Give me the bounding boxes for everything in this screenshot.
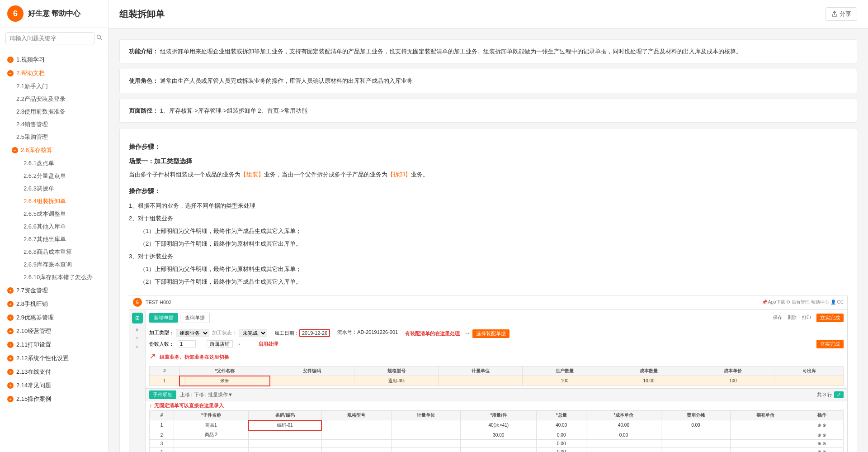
step-3: 3、对于拆装业务 [129,251,848,262]
search-button[interactable] [96,34,103,42]
role-block: 使用角色： 通常由生产人员或库管人员完成拆装业务的操作，库管人员确认原材料的出库… [119,69,857,93]
mock-sub-table-header: # *子件名称 条码/编码 规格型号 计量单位 *用量/件 *总量 *成本单价 [150,410,844,420]
mock-sub-actions: 上移 | 下移 | 批量操作▼ [180,391,233,398]
table-row: 1 商品1 编码-01 40(次×41) 40.00 40.00 [150,420,844,430]
sidebar-item-partial-stocktake[interactable]: 2.6.2分量盘点单 [0,170,108,182]
sidebar-item-dataprep[interactable]: 2.3使用前数据准备 [0,105,108,118]
minus-icon: − [7,70,14,76]
mock-annotation1-area: 有装配清单的在这里处理 → 选择装配单据 [405,329,844,338]
sidebar-item-cost-recalc[interactable]: 2.6.8商品成本重算 [0,246,108,258]
mock-content: 新增单据 查询单据 保存 删除 打印 立实完成 [146,310,847,452]
sidebar-item-transfer[interactable]: 2.6.3调拨单 [0,182,108,195]
col-cost-qty: 成本数量 [607,366,691,376]
sidebar-item-payment[interactable]: + 2.13在线支付 [0,365,108,379]
plus-icon-coupon: + [7,314,14,321]
sidebar-item-purchase[interactable]: 2.5采购管理 [0,131,108,143]
parent-name-cell: 米米 [179,376,270,386]
share-label: 分享 [840,10,851,18]
mock-menu-icon2: ≡ [136,336,139,341]
search-input[interactable] [5,32,94,44]
mock-complete-btn[interactable]: 立实完成 [816,314,844,322]
mock-annotation4-area: ↑ 无固定清单可以直接在这里录入 [146,401,847,410]
nav-list: + 1.视频学习 − 2.帮助文档 2.1新手入门 2.2产品安装及登录 2.3… [0,49,108,452]
sidebar-item-print[interactable]: + 2.11打印设置 [0,338,108,352]
sidebar-cat-cases-label: 2.15操作案例 [16,395,51,403]
mock-type-select[interactable]: 组装业务 拆卸业务 [176,329,209,337]
mock-num-input[interactable] [178,340,196,347]
mock-sub-header: 子件明细 上移 | 下移 | 批量操作▼ 共 3 行 ⤢ [146,388,847,401]
mock-delete-label: 删除 [788,314,797,321]
screenshot-inner: 6 TEST-H002 📌 App下载 ⚙ 后台管理 帮助中心 👤 CC ⊞ ≡… [129,295,847,452]
highlight-assembly: 【组装】 [241,171,264,178]
mock-tab-new[interactable]: 新增单据 [149,313,178,323]
mock-status-select[interactable]: 未完成 [239,329,267,337]
ops-section: 操作步骤： 场景一：加工类型选择 当由多个子件材料组装成一个成品的业务为【组装】… [119,128,857,452]
share-button[interactable]: 分享 [826,7,857,21]
sidebar-cat-settings-label: 2.12系统个性化设置 [16,354,69,362]
step-3-1: （1）上部明细为父件明细，最终作为原材料生成其它出库单； （2）下部明细为子件明… [129,263,848,288]
mock-home-icon: ⊞ [132,313,143,324]
step-2-1: （1）上部明细为父件明细，最终作为产成品生成其它入库单； （2）下部明细为子件明… [129,225,848,250]
sidebar-cat-inv-label: 2.6库存核算 [21,146,52,154]
mock-code-value: AD-20191226-001 [357,329,398,335]
mock-arrow1: → [463,329,471,337]
sidebar-item-other-in[interactable]: 2.6.6其他入库单 [0,220,108,233]
mock-sub-right-area: 共 3 行 ⤢ [817,391,844,398]
plus-icon-print: + [7,342,14,348]
mock-save-label: 保存 [773,314,782,321]
sidebar-item-coupon[interactable]: + 2.9优惠券管理 [0,311,108,324]
sidebar-item-mgmt[interactable]: + 2.10经营管理 [0,324,108,338]
screenshot-container: 6 TEST-H002 📌 App下载 ⚙ 后台管理 帮助中心 👤 CC ⊞ ≡… [129,295,848,452]
mock-choose-btn[interactable]: 选择装配单据 [472,329,509,338]
plus-icon-mobile: + [7,301,14,307]
mock-type-label: 加工类型： [149,329,174,336]
sub-code-cell: 编码-01 [249,420,322,430]
sidebar-cat-faq-label: 2.14常见问题 [16,381,51,390]
sidebar-item-assembly[interactable]: 2.6.4组装拆卸单 [0,195,108,208]
sidebar-item-cost-adj[interactable]: 2.6.5成本调整单 [0,208,108,220]
sidebar-item-helpdoc[interactable]: − 2.帮助文档 [0,67,108,80]
mock-date-value: 2019-12-26 [299,329,330,337]
mock-app-id: TEST-H002 [146,300,171,305]
plus-icon-payment: + [7,369,14,375]
mock-arrow2: ↗ [149,352,156,361]
sidebar-item-video[interactable]: + 1.视频学习 [0,53,108,67]
sidebar-item-sales[interactable]: 2.4销售管理 [0,118,108,131]
sidebar-item-other-out[interactable]: 2.6.7其他出库单 [0,233,108,246]
sidebar-item-inventory[interactable]: − 2.6库存核算 [0,143,108,157]
sidebar-item-faq[interactable]: + 2.14常见问题 [0,379,108,392]
mock-parent-table-header: # *父件名称 父件编码 规格型号 计量单位 生产数量 成本数量 成本单价 [150,366,844,376]
mock-annotation3-area: 所属店铺 → [207,341,241,347]
sidebar-item-mobile[interactable]: + 2.8手机旺铺 [0,297,108,311]
sidebar-item-settings[interactable]: + 2.12系统个性化设置 [0,352,108,365]
step-1: 1、根据不同的业务，选择不同单据的类型来处理 [129,200,848,212]
sidebar-cat-mobile-label: 2.8手机旺铺 [16,300,48,308]
sidebar-item-stock-query[interactable]: 2.6.9库存账本查询 [0,258,108,271]
sidebar-item-cases[interactable]: + 2.15操作案例 [0,392,108,406]
mock-save-btn2[interactable]: 立实完成 [816,340,844,348]
step-2: 2、对于组装业务 [129,213,848,224]
sidebar-item-newbie[interactable]: 2.1新手入门 [0,80,108,93]
mock-expand-btn[interactable]: ⤢ [834,391,844,398]
main-content: 组装拆卸单 分享 功能介绍： 组装拆卸单用来处理企业组装或拆卸等加工业务，支持有… [108,0,868,452]
plus-icon: + [7,57,14,63]
mock-main-area: ⊞ ≡ ≡ ≡ 新增单据 查询单据 保存 [129,310,847,452]
ops-title: 操作步骤： [129,143,848,151]
mock-side-icons: ⊞ ≡ ≡ ≡ [129,310,146,452]
sidebar-cat2-label: 2.帮助文档 [16,69,45,77]
mock-print-label: 打印 [802,314,811,321]
mock-process-label: 加工状态： [212,329,237,336]
mock-app-logo: 6 [133,298,142,307]
sidebar-item-install[interactable]: 2.2产品安装及登录 [0,93,108,105]
mock-sub-label: 子件明细 [149,390,176,399]
mock-annotation3: 启用处理 [258,341,278,347]
sidebar-item-stocktake[interactable]: 2.6.1盘点单 [0,157,108,170]
mock-tab-query[interactable]: 查询单据 [180,313,210,323]
sidebar-item-stock-error[interactable]: 2.6.10库存账本错了怎么办 [0,271,108,284]
mock-store-input: 所属店铺 [207,340,233,347]
sidebar-item-finance[interactable]: + 2.7资金管理 [0,284,108,297]
sidebar-cat-finance-label: 2.7资金管理 [16,286,48,295]
mock-code-field: 流水号：AD-20191226-001 [337,329,398,336]
page-header: 组装拆卸单 分享 [108,0,868,29]
table-row: 3 0.00 [150,440,844,448]
